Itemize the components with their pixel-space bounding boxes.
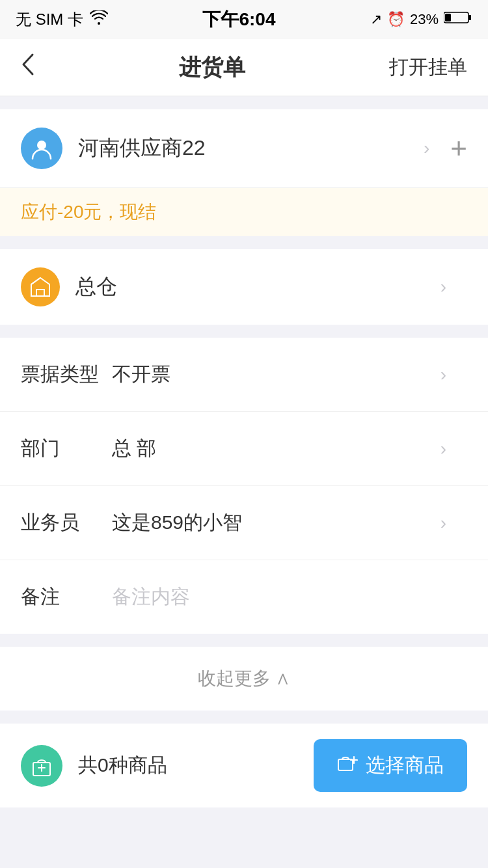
remark-input[interactable]: 备注内容 <box>112 584 467 610</box>
supplier-card: 河南供应商22 › + 应付-20元，现结 <box>0 109 488 236</box>
goods-icon <box>21 745 62 787</box>
warehouse-icon <box>21 267 60 306</box>
ticket-chevron-icon: › <box>441 364 446 385</box>
salesperson-value: 这是859的小智 <box>112 509 441 536</box>
select-goods-button[interactable]: 选择商品 <box>314 739 467 792</box>
goods-count: 共0种商品 <box>78 752 314 779</box>
status-bar: 无 SIM 卡 下午6:04 ↗ ⏰ 23% <box>0 0 488 39</box>
svg-rect-2 <box>445 14 451 21</box>
warehouse-card: 总仓 › <box>0 249 488 325</box>
nav-bar: 进货单 打开挂单 <box>0 39 488 96</box>
select-goods-icon <box>337 754 358 777</box>
form-section: 票据类型 不开票 › 部门 总 部 › 业务员 这是859的小智 › 备注 备注… <box>0 338 488 634</box>
salesperson-label: 业务员 <box>21 509 112 536</box>
select-goods-label: 选择商品 <box>366 752 444 779</box>
warehouse-row[interactable]: 总仓 › <box>0 249 488 325</box>
open-pending-button[interactable]: 打开挂单 <box>389 54 467 81</box>
supplier-row[interactable]: 河南供应商22 › + <box>0 109 488 188</box>
battery-label: 23% <box>410 11 439 28</box>
carrier-label: 无 SIM 卡 <box>16 9 83 30</box>
remark-label: 备注 <box>21 584 112 610</box>
alarm-icon: ⏰ <box>387 11 405 28</box>
status-left: 无 SIM 卡 <box>16 9 108 30</box>
ticket-type-label: 票据类型 <box>21 361 112 388</box>
collapse-row[interactable]: 收起更多 ∧ <box>0 647 488 711</box>
ticket-type-row[interactable]: 票据类型 不开票 › <box>0 338 488 412</box>
dept-chevron-icon: › <box>441 439 446 459</box>
collapse-label: 收起更多 ∧ <box>198 666 291 691</box>
supplier-name: 河南供应商22 <box>78 134 424 163</box>
warehouse-name: 总仓 <box>75 273 441 301</box>
back-button[interactable] <box>21 52 35 83</box>
avatar <box>21 128 62 169</box>
svg-rect-5 <box>338 759 353 770</box>
svg-point-3 <box>37 141 46 150</box>
wifi-icon <box>90 10 108 29</box>
dept-row[interactable]: 部门 总 部 › <box>0 412 488 486</box>
goods-bar: 共0种商品 选择商品 <box>0 724 488 807</box>
salesperson-chevron-icon: › <box>441 513 446 534</box>
ticket-type-value: 不开票 <box>112 361 441 388</box>
salesperson-row[interactable]: 业务员 这是859的小智 › <box>0 486 488 560</box>
warehouse-chevron-icon: › <box>441 277 446 297</box>
supplier-chevron-icon: › <box>424 138 429 159</box>
dept-value: 总 部 <box>112 435 441 462</box>
page-title: 进货单 <box>179 53 245 83</box>
location-icon: ↗ <box>370 11 382 28</box>
supplier-notice: 应付-20元，现结 <box>0 188 488 236</box>
section-gap-top <box>0 96 488 109</box>
add-supplier-button[interactable]: + <box>450 132 467 165</box>
remark-row[interactable]: 备注 备注内容 <box>0 560 488 634</box>
svg-rect-1 <box>468 15 471 20</box>
battery-icon <box>444 10 472 29</box>
status-time: 下午6:04 <box>202 7 275 32</box>
dept-label: 部门 <box>21 435 112 462</box>
status-right: ↗ ⏰ 23% <box>370 10 472 29</box>
